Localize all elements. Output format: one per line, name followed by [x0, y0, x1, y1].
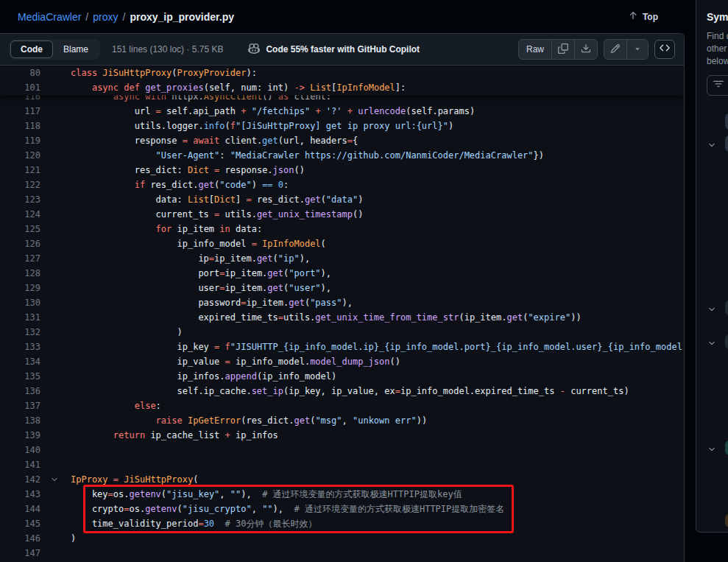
chevron-down-icon[interactable] — [707, 303, 716, 317]
chevron-down-icon[interactable] — [707, 139, 716, 152]
line-number[interactable]: 101 — [0, 80, 40, 95]
symbol-tree-row[interactable] — [696, 514, 728, 527]
line-number[interactable]: 120 — [0, 148, 40, 163]
line-number[interactable]: 139 — [0, 428, 40, 443]
edit-button[interactable] — [604, 40, 626, 59]
symbols-description-line: Find definitions and references for func… — [707, 30, 728, 43]
code-brackets-icon — [660, 43, 670, 56]
breadcrumb-separator: / — [85, 11, 88, 23]
symbol-pill[interactable] — [725, 301, 728, 315]
symbol-pill[interactable] — [725, 113, 728, 130]
code-text: ip_key = f"JISUHTTP_{ip_info_model.ip}_{… — [71, 340, 684, 354]
line-number[interactable]: 142 — [0, 472, 40, 487]
line-number[interactable]: 121 — [0, 163, 40, 178]
line-number[interactable]: 129 — [0, 281, 40, 295]
line-number[interactable]: 132 — [0, 325, 40, 340]
line-number[interactable]: 146 — [0, 531, 40, 546]
line-number[interactable]: 127 — [0, 251, 40, 266]
code-line: 132 ) — [0, 325, 684, 340]
line-number[interactable]: 143 — [0, 487, 40, 502]
line-number[interactable]: 141 — [0, 457, 40, 472]
code-text: port=ip_item.get("port"), — [71, 266, 684, 281]
code-blame-segmented-control: Code Blame — [9, 39, 100, 60]
chevron-down-icon[interactable] — [707, 443, 716, 457]
line-number[interactable]: 136 — [0, 384, 40, 398]
code-line: 120 "User-Agent": "MediaCrawler https://… — [0, 148, 684, 163]
symbol-pill[interactable] — [725, 136, 728, 152]
toggle-spacer — [40, 369, 71, 384]
line-number[interactable]: 144 — [0, 502, 40, 516]
line-number[interactable]: 147 — [0, 546, 40, 561]
copilot-icon — [248, 43, 260, 57]
chevron-down-icon[interactable] — [707, 337, 716, 351]
symbols-panel-toggle-button[interactable] — [654, 40, 675, 59]
symbol-tree-row[interactable] — [696, 113, 728, 130]
symbol-pill[interactable] — [725, 334, 728, 349]
line-number[interactable]: 123 — [0, 192, 40, 207]
code-text — [71, 443, 684, 457]
copy-button[interactable] — [551, 40, 574, 59]
symbol-tree-row[interactable] — [696, 440, 728, 455]
code-text: current_ts = utils.get_unix_timestamp() — [71, 207, 684, 222]
tab-blame[interactable]: Blame — [53, 41, 99, 58]
code-line: 129 user=ip_item.get("user"), — [0, 281, 684, 295]
line-number[interactable]: 138 — [0, 413, 40, 428]
symbol-pill[interactable] — [725, 440, 728, 455]
line-number[interactable]: 125 — [0, 222, 40, 236]
line-number[interactable]: 122 — [0, 178, 40, 192]
line-number[interactable]: 118 — [0, 119, 40, 133]
copilot-banner[interactable]: Code 55% faster with GitHub Copilot — [248, 43, 420, 57]
line-number[interactable]: 131 — [0, 310, 40, 325]
line-number[interactable]: 126 — [0, 236, 40, 251]
line-number[interactable]: 145 — [0, 516, 40, 531]
code-text: ip_infos.append(ip_info_model) — [71, 369, 684, 384]
line-number[interactable]: 128 — [0, 266, 40, 281]
line-number[interactable]: 80 — [0, 66, 40, 80]
code-line: 134 ip_value = ip_info_model.model_dump_… — [0, 354, 684, 369]
code-text: res_dict: Dict = response.json() — [71, 163, 684, 178]
breadcrumb-folder-link[interactable]: proxy — [93, 11, 118, 23]
edit-button-group — [604, 39, 649, 60]
scroll-to-top-button[interactable]: Top — [628, 10, 658, 23]
line-collapse-chevron-icon[interactable] — [40, 472, 71, 487]
code-line: 131 expired_time_ts=utils.get_unix_time_… — [0, 310, 684, 325]
code-text: "User-Agent": "MediaCrawler https://gith… — [71, 148, 684, 163]
line-number[interactable]: 140 — [0, 443, 40, 457]
line-number[interactable]: 137 — [0, 398, 40, 413]
line-number[interactable]: 135 — [0, 369, 40, 384]
code-line: 140 — [0, 443, 684, 457]
code-text: for ip_item in data: — [71, 222, 684, 236]
code-line: 139 return ip_cache_list + ip_infos — [0, 428, 684, 443]
toggle-spacer — [40, 119, 71, 133]
line-number[interactable]: 130 — [0, 295, 40, 310]
file-toolbar: Code Blame 151 lines (130 loc) · 5.75 KB… — [0, 34, 684, 66]
line-number[interactable]: 124 — [0, 207, 40, 222]
symbol-tree-row[interactable] — [696, 301, 728, 315]
code-text: ip_value = ip_info_model.model_dump_json… — [71, 354, 684, 369]
line-number[interactable]: 116 — [0, 95, 40, 104]
toggle-spacer — [40, 266, 71, 281]
breadcrumb-repo-link[interactable]: MediaCrawler — [18, 11, 81, 23]
code-text: password=ip_item.get("pass"), — [71, 295, 684, 310]
toggle-spacer — [40, 148, 71, 163]
symbol-tree-row[interactable] — [696, 136, 728, 152]
code-text — [71, 457, 684, 472]
symbol-tree-row[interactable] — [696, 334, 728, 349]
code-text: class JiSuHttpProxy(ProxyProvider): — [71, 66, 684, 80]
symbols-panel-description: Find definitions and references for func… — [707, 30, 728, 68]
code-line: 119 response = await client.get(url, hea… — [0, 133, 684, 148]
toggle-spacer — [40, 178, 71, 192]
toggle-spacer — [40, 281, 71, 295]
edit-dropdown-button[interactable] — [626, 40, 648, 59]
symbol-pill[interactable] — [725, 514, 728, 527]
copy-icon — [558, 43, 568, 56]
code-text: time_validity_period=30 # 30分钟（最长时效） — [71, 516, 684, 531]
raw-button[interactable]: Raw — [519, 40, 551, 59]
line-number[interactable]: 134 — [0, 354, 40, 369]
download-button[interactable] — [574, 40, 597, 59]
tab-code[interactable]: Code — [10, 41, 53, 58]
line-number[interactable]: 117 — [0, 104, 40, 119]
line-number[interactable]: 133 — [0, 340, 40, 354]
code-line: 128 port=ip_item.get("port"), — [0, 266, 684, 281]
line-number[interactable]: 119 — [0, 133, 40, 148]
